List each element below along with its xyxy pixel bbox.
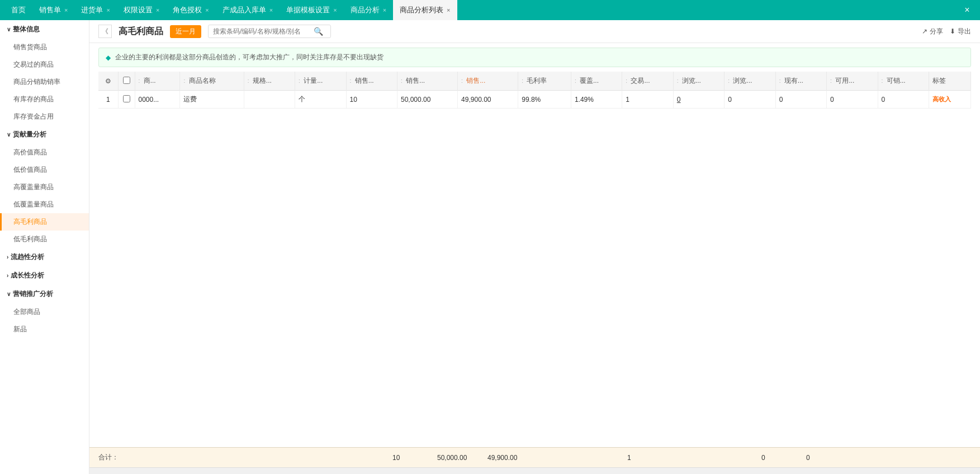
chevron-right-icon: › <box>7 254 8 260</box>
col-header-stock: : 现有... <box>775 72 826 91</box>
col-header-coverage: : 覆盖... <box>571 72 622 91</box>
row-code: 0000... <box>135 91 180 109</box>
col-header-spec: : 规格... <box>244 72 295 91</box>
col-sort-icon[interactable]: : <box>401 78 403 84</box>
close-icon[interactable]: × <box>333 7 337 13</box>
sidebar-item-high-value[interactable]: 高价值商品 <box>0 144 89 161</box>
col-sort-icon[interactable]: : <box>779 78 781 84</box>
row-unit: 个 <box>295 91 346 109</box>
row-sellable: 0 <box>878 91 929 109</box>
horizontal-scrollbar[interactable] <box>89 467 980 474</box>
row-gross-margin: 99.8% <box>518 91 571 109</box>
sidebar-item-stocked-goods[interactable]: 有库存的商品 <box>0 91 89 108</box>
close-icon[interactable]: × <box>156 7 159 13</box>
sidebar-item-sales-goods[interactable]: 销售货商品 <box>0 39 89 56</box>
sidebar-group-contribution[interactable]: ∨ 贡献量分析 <box>0 125 89 144</box>
nav-item-purchase[interactable]: 进货单 × <box>74 0 116 20</box>
close-icon[interactable]: × <box>106 7 110 13</box>
col-header-tag: 标签 <box>929 72 970 91</box>
col-sort-icon[interactable]: : <box>350 78 352 84</box>
time-filter-button[interactable]: 近一月 <box>170 25 201 38</box>
col-sort-icon[interactable]: : <box>830 78 832 84</box>
chevron-down-icon: ∨ <box>7 132 11 138</box>
sidebar-group-growth[interactable]: › 成长性分析 <box>0 266 89 285</box>
sidebar-item-traded-goods[interactable]: 交易过的商品 <box>0 56 89 73</box>
share-button[interactable]: ↗ 分享 <box>922 27 943 36</box>
row-name: 运费 <box>180 91 244 109</box>
row-checkbox-cell <box>118 91 135 109</box>
sidebar-item-high-coverage[interactable]: 高覆盖量商品 <box>0 179 89 196</box>
sidebar-item-low-value[interactable]: 低价值商品 <box>0 161 89 179</box>
footer-sales-amt: 50,000.00 <box>434 454 484 462</box>
export-button[interactable]: ⬇ 导出 <box>950 27 971 36</box>
nav-item-template[interactable]: 单据模板设置 × <box>280 0 343 20</box>
sidebar-group-overview[interactable]: ∨ 整体信息 <box>0 20 89 39</box>
footer-coverage <box>579 454 624 462</box>
nav-item-product-in[interactable]: 产成品入库单 × <box>216 0 280 20</box>
info-icon: ◆ <box>106 54 111 62</box>
sidebar-item-low-coverage[interactable]: 低覆盖量商品 <box>0 196 89 213</box>
close-icon[interactable]: × <box>447 7 450 13</box>
sidebar-item-distribution-rate[interactable]: 商品分销助销率 <box>0 73 89 91</box>
footer-sales-qty: 10 <box>389 454 434 462</box>
row-num: 1 <box>98 91 118 109</box>
footer-num <box>143 454 188 462</box>
sidebar-group-marketing[interactable]: ∨ 营销推广分析 <box>0 285 89 303</box>
col-header-code: : 商... <box>135 72 180 91</box>
nav-item-role[interactable]: 角色授权 × <box>166 0 215 20</box>
close-icon[interactable]: × <box>383 7 386 13</box>
row-checkbox[interactable] <box>123 95 130 102</box>
nav-item-analysis-list[interactable]: 商品分析列表 × <box>393 0 457 20</box>
sidebar-group-trend[interactable]: › 流趋性分析 <box>0 248 89 266</box>
row-sales-qty: 10 <box>346 91 397 109</box>
export-icon: ⬇ <box>950 27 955 35</box>
settings-icon: ⚙ <box>105 77 111 85</box>
nav-item-permission[interactable]: 权限设置 × <box>117 0 166 20</box>
nav-item-sales[interactable]: 销售单 × <box>32 0 74 20</box>
col-header-trade: : 交易... <box>622 72 673 91</box>
header-actions: ↗ 分享 ⬇ 导出 <box>922 27 971 36</box>
data-table: ⚙ : 商... : 商品名称 <box>98 72 971 109</box>
col-sort-icon[interactable]: : <box>139 78 140 84</box>
col-sort-icon[interactable]: : <box>461 78 463 84</box>
sidebar-item-high-margin[interactable]: 高毛利商品 <box>0 213 89 231</box>
footer-code <box>188 454 233 462</box>
select-all-checkbox[interactable] <box>123 77 130 84</box>
col-sort-icon[interactable]: : <box>728 78 730 84</box>
collapse-sidebar-button[interactable]: 《 <box>98 25 112 38</box>
row-browse1[interactable]: 0 <box>673 91 724 109</box>
sidebar-item-low-margin[interactable]: 低毛利商品 <box>0 231 89 248</box>
top-nav: 首页 销售单 × 进货单 × 权限设置 × 角色授权 × 产成品入库单 × 单据… <box>0 0 980 20</box>
footer-unit <box>344 454 389 462</box>
search-box: 🔍 <box>208 25 331 38</box>
search-icon[interactable]: 🔍 <box>314 27 323 36</box>
col-sort-icon[interactable]: : <box>677 78 679 84</box>
col-sort-icon[interactable]: : <box>626 78 627 84</box>
sidebar-item-stock-capital[interactable]: 库存资金占用 <box>0 108 89 125</box>
col-sort-icon[interactable]: : <box>575 78 576 84</box>
close-icon[interactable]: × <box>269 7 273 13</box>
col-sort-icon[interactable]: : <box>882 78 883 84</box>
col-sort-icon[interactable]: : <box>299 78 300 84</box>
chevron-down-icon: ∨ <box>7 26 11 32</box>
close-icon[interactable]: × <box>64 7 68 13</box>
footer-browse1 <box>669 454 713 462</box>
footer-sales-cost: 49,900.00 <box>484 454 534 462</box>
row-sales-amt: 50,000.00 <box>397 91 457 109</box>
content-area: 《 高毛利商品 近一月 🔍 ↗ 分享 ⬇ 导出 ◆ 企业的主要的利润都是这部 <box>89 20 980 474</box>
sidebar-item-all-goods[interactable]: 全部商品 <box>0 303 89 321</box>
close-icon[interactable]: × <box>205 7 209 13</box>
col-sort-icon[interactable]: : <box>522 78 523 84</box>
sidebar-item-new-goods[interactable]: 新品 <box>0 321 89 338</box>
footer-gross-margin <box>534 454 579 462</box>
table-container: ⚙ : 商... : 商品名称 <box>98 72 971 447</box>
col-header-settings[interactable]: ⚙ <box>98 72 118 91</box>
nav-item-home[interactable]: 首页 <box>4 0 32 20</box>
search-input[interactable] <box>213 27 314 35</box>
col-header-checkbox <box>118 72 135 91</box>
window-close-button[interactable]: × <box>959 0 976 20</box>
col-sort-icon[interactable]: : <box>248 78 249 84</box>
nav-item-analysis[interactable]: 商品分析 × <box>344 0 393 20</box>
col-sort-icon[interactable]: : <box>183 78 185 84</box>
row-spec <box>244 91 295 109</box>
